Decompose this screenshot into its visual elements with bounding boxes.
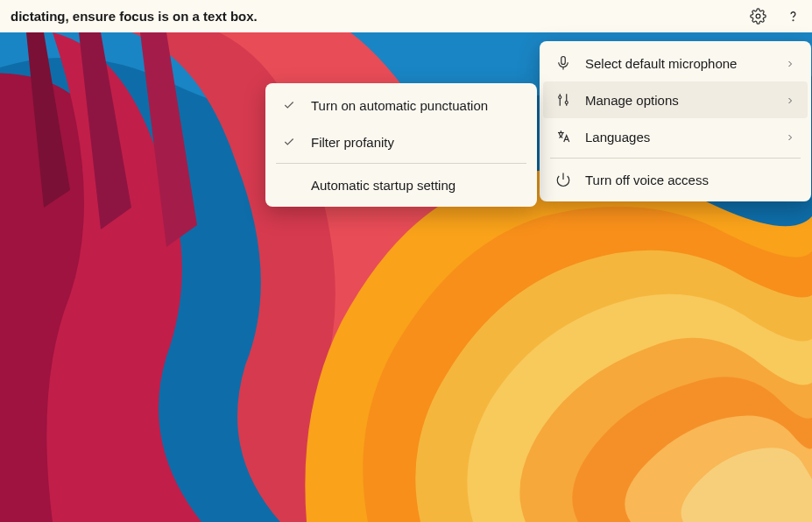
menu-separator — [276, 163, 526, 164]
manage-options-submenu: Turn on automatic punctuation Filter pro… — [265, 83, 537, 207]
hint-text: dictating, ensure focus is on a text box… — [11, 9, 749, 24]
menu-label: Languages — [585, 130, 785, 145]
top-bar-actions — [749, 8, 801, 25]
svg-point-6 — [559, 96, 561, 99]
top-bar: dictating, ensure focus is on a text box… — [0, 0, 812, 32]
submenu-item-filter-profanity[interactable]: Filter profanity — [269, 123, 533, 160]
submenu-item-startup-setting[interactable]: Automatic startup setting — [269, 166, 533, 203]
language-icon — [554, 127, 573, 146]
chevron-right-icon — [785, 130, 797, 143]
check-icon — [279, 136, 299, 148]
menu-item-languages[interactable]: Languages — [543, 118, 808, 155]
settings-button[interactable] — [749, 8, 766, 25]
menu-item-default-microphone[interactable]: Select default microphone — [543, 45, 808, 81]
chevron-right-icon — [785, 94, 797, 106]
menu-label: Manage options — [585, 93, 785, 108]
submenu-item-auto-punctuation[interactable]: Turn on automatic punctuation — [269, 87, 533, 123]
svg-point-0 — [756, 14, 760, 18]
submenu-label: Automatic startup setting — [311, 178, 523, 193]
chevron-right-icon — [785, 57, 797, 69]
check-icon — [279, 99, 299, 111]
microphone-icon — [554, 53, 573, 73]
svg-point-1 — [793, 20, 794, 21]
submenu-label: Turn on automatic punctuation — [311, 98, 523, 113]
svg-point-8 — [565, 102, 568, 104]
menu-separator — [550, 158, 801, 159]
svg-rect-3 — [561, 57, 566, 65]
help-icon — [785, 8, 801, 25]
power-icon — [554, 170, 573, 189]
menu-label: Turn off voice access — [585, 173, 797, 187]
submenu-label: Filter profanity — [311, 135, 523, 150]
gear-icon — [750, 8, 766, 25]
help-button[interactable] — [784, 8, 801, 25]
sliders-icon — [554, 90, 573, 109]
menu-item-turn-off[interactable]: Turn off voice access — [543, 161, 808, 198]
menu-label: Select default microphone — [585, 56, 785, 71]
settings-menu: Select default microphone Manage options — [540, 41, 811, 201]
menu-item-manage-options[interactable]: Manage options — [543, 81, 808, 118]
